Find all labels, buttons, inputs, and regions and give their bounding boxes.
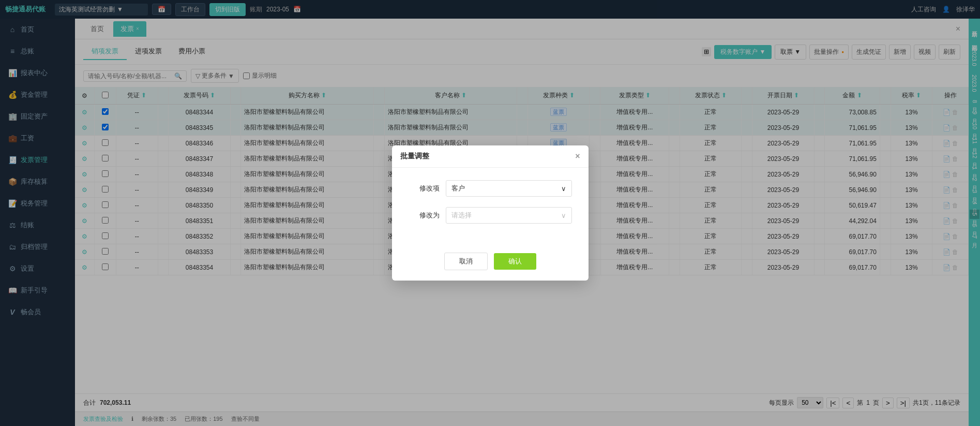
modify-to-placeholder: 请选择 (451, 211, 472, 220)
modal-header: 批量调整 × (392, 145, 589, 168)
modify-field-label: 修改项 (409, 184, 440, 193)
modal-overlay: 批量调整 × 修改项 客户 ∨ 修改为 请选择 ∨ 取消 确认 (0, 0, 980, 426)
modify-to-chevron: ∨ (561, 212, 566, 219)
modify-to-row: 修改为 请选择 ∨ (409, 207, 572, 224)
modify-field-chevron: ∨ (561, 185, 566, 193)
modify-field-select[interactable]: 客户 ∨ (446, 180, 572, 197)
modal-cancel-btn[interactable]: 取消 (444, 253, 488, 270)
modal-close-btn[interactable]: × (575, 152, 580, 161)
batch-adjust-modal: 批量调整 × 修改项 客户 ∨ 修改为 请选择 ∨ 取消 确认 (392, 145, 589, 281)
modify-to-select[interactable]: 请选择 ∨ (446, 207, 572, 224)
modal-footer: 取消 确认 (392, 246, 589, 281)
modal-confirm-btn[interactable]: 确认 (494, 253, 536, 270)
modal-title: 批量调整 (400, 152, 429, 161)
modal-body: 修改项 客户 ∨ 修改为 请选择 ∨ (392, 168, 589, 246)
modify-field-row: 修改项 客户 ∨ (409, 180, 572, 197)
modify-field-value: 客户 (451, 184, 465, 193)
modify-to-label: 修改为 (409, 211, 440, 220)
